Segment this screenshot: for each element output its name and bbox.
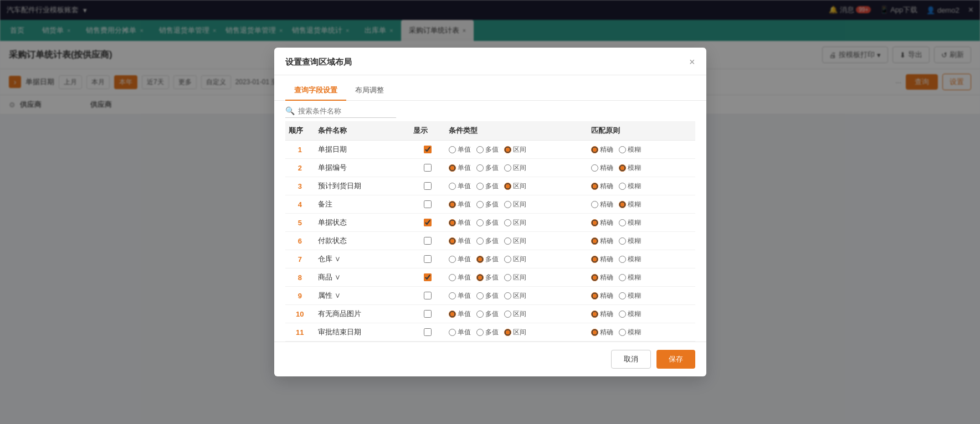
tab-layout-adjust[interactable]: 布局调整 xyxy=(346,81,393,101)
search-input[interactable] xyxy=(298,107,387,115)
dialog-close-button[interactable]: × xyxy=(689,56,695,68)
tab-field-settings[interactable]: 查询字段设置 xyxy=(285,81,346,101)
search-input-wrap: 🔍 xyxy=(285,106,396,115)
dialog: 设置查询区域布局 × 查询字段设置 布局调整 🔍 顺序 xyxy=(274,48,706,115)
dialog-tabs: 查询字段设置 布局调整 xyxy=(274,75,706,101)
modal-overlay[interactable]: 设置查询区域布局 × 查询字段设置 布局调整 🔍 顺序 xyxy=(0,0,980,115)
dialog-header: 设置查询区域布局 × xyxy=(274,48,706,75)
dialog-title: 设置查询区域布局 xyxy=(285,57,352,68)
search-box: 🔍 xyxy=(274,101,706,115)
search-icon: 🔍 xyxy=(285,106,295,115)
